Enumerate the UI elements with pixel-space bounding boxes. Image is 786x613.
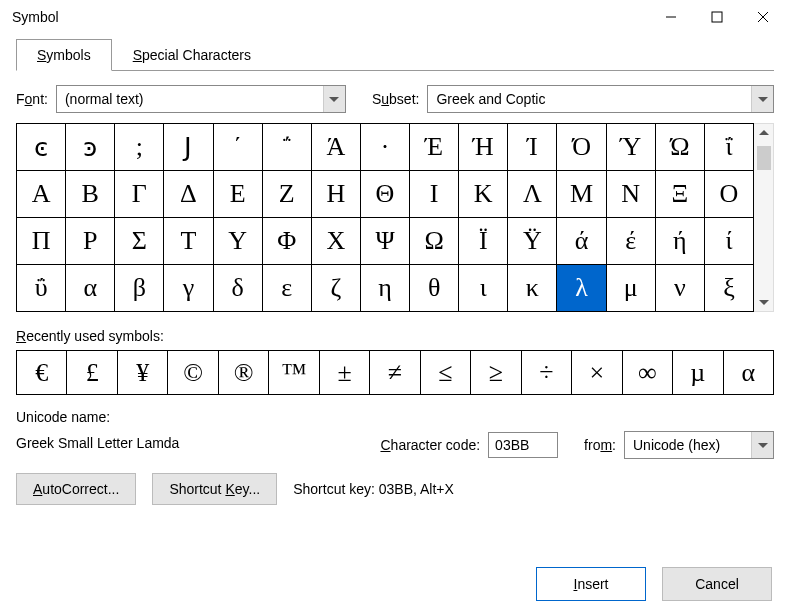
- symbol-cell[interactable]: μ: [607, 265, 656, 312]
- symbol-cell[interactable]: Γ: [115, 171, 164, 218]
- symbol-cell[interactable]: ά: [557, 218, 606, 265]
- symbol-cell[interactable]: Π: [17, 218, 66, 265]
- symbol-cell[interactable]: Κ: [459, 171, 508, 218]
- from-select-value: Unicode (hex): [625, 437, 751, 453]
- close-button[interactable]: [740, 0, 786, 34]
- symbol-cell[interactable]: Μ: [557, 171, 606, 218]
- symbol-cell[interactable]: ΐ: [705, 124, 754, 171]
- symbol-cell[interactable]: η: [361, 265, 410, 312]
- recent-symbol-cell[interactable]: €: [17, 351, 67, 395]
- font-label: Font:: [16, 91, 48, 107]
- symbol-cell[interactable]: λ: [557, 265, 606, 312]
- symbol-cell[interactable]: Σ: [115, 218, 164, 265]
- scroll-up-icon[interactable]: [759, 130, 769, 135]
- symbol-cell[interactable]: Έ: [410, 124, 459, 171]
- recent-symbol-cell[interactable]: µ: [673, 351, 723, 395]
- symbol-cell[interactable]: ζ: [312, 265, 361, 312]
- symbol-cell[interactable]: Α: [17, 171, 66, 218]
- symbol-cell[interactable]: Ε: [214, 171, 263, 218]
- subset-select-value: Greek and Coptic: [428, 91, 751, 107]
- maximize-button[interactable]: [694, 0, 740, 34]
- recent-symbol-cell[interactable]: ®: [219, 351, 269, 395]
- symbol-cell[interactable]: Ν: [607, 171, 656, 218]
- recent-symbol-cell[interactable]: £: [67, 351, 117, 395]
- symbol-cell[interactable]: Υ: [214, 218, 263, 265]
- symbol-cell[interactable]: Λ: [508, 171, 557, 218]
- scroll-down-icon[interactable]: [759, 300, 769, 305]
- symbol-cell[interactable]: ξ: [705, 265, 754, 312]
- symbol-cell[interactable]: β: [115, 265, 164, 312]
- bottom-section: Unicode name: Greek Small Letter Lamda C…: [16, 409, 774, 459]
- insert-button[interactable]: Insert: [536, 567, 646, 601]
- subset-select[interactable]: Greek and Coptic: [427, 85, 774, 113]
- symbol-cell[interactable]: Ί: [508, 124, 557, 171]
- symbol-cell[interactable]: α: [66, 265, 115, 312]
- symbol-cell[interactable]: Ή: [459, 124, 508, 171]
- shortcut-key-button[interactable]: Shortcut Key...: [152, 473, 277, 505]
- symbol-cell[interactable]: Φ: [263, 218, 312, 265]
- symbol-cell[interactable]: ͽ: [66, 124, 115, 171]
- symbol-cell[interactable]: Χ: [312, 218, 361, 265]
- symbol-cell[interactable]: κ: [508, 265, 557, 312]
- symbol-cell[interactable]: ·: [361, 124, 410, 171]
- symbol-cell[interactable]: Ϋ: [508, 218, 557, 265]
- from-select[interactable]: Unicode (hex): [624, 431, 774, 459]
- grid-scrollbar[interactable]: [754, 123, 774, 312]
- symbol-cell[interactable]: Ϳ: [164, 124, 213, 171]
- recent-symbol-cell[interactable]: ≠: [370, 351, 420, 395]
- symbol-cell[interactable]: Ο: [705, 171, 754, 218]
- scroll-thumb[interactable]: [757, 146, 771, 170]
- symbol-cell[interactable]: Ύ: [607, 124, 656, 171]
- symbol-cell[interactable]: γ: [164, 265, 213, 312]
- symbol-cell[interactable]: Ρ: [66, 218, 115, 265]
- symbol-cell[interactable]: Ι: [410, 171, 459, 218]
- recent-symbol-cell[interactable]: α: [724, 351, 774, 395]
- recent-symbol-cell[interactable]: ™: [269, 351, 319, 395]
- symbol-cell[interactable]: Θ: [361, 171, 410, 218]
- font-select[interactable]: (normal text): [56, 85, 346, 113]
- symbol-cell[interactable]: Ό: [557, 124, 606, 171]
- symbol-cell[interactable]: ι: [459, 265, 508, 312]
- symbol-cell[interactable]: Ξ: [656, 171, 705, 218]
- font-dropdown-button[interactable]: [323, 86, 345, 112]
- recent-symbol-cell[interactable]: ∞: [623, 351, 673, 395]
- minimize-button[interactable]: [648, 0, 694, 34]
- symbol-cell[interactable]: Η: [312, 171, 361, 218]
- symbol-cell[interactable]: Β: [66, 171, 115, 218]
- symbol-cell[interactable]: Ώ: [656, 124, 705, 171]
- symbol-cell[interactable]: ΰ: [17, 265, 66, 312]
- tab-special-characters[interactable]: Special Characters: [112, 39, 272, 71]
- recent-symbol-cell[interactable]: ÷: [522, 351, 572, 395]
- symbol-cell[interactable]: Δ: [164, 171, 213, 218]
- symbol-cell[interactable]: Ω: [410, 218, 459, 265]
- recent-symbol-cell[interactable]: ¥: [118, 351, 168, 395]
- symbol-cell[interactable]: Ά: [312, 124, 361, 171]
- symbol-cell[interactable]: έ: [607, 218, 656, 265]
- cancel-button[interactable]: Cancel: [662, 567, 772, 601]
- recent-symbol-cell[interactable]: ≥: [471, 351, 521, 395]
- symbol-cell[interactable]: ΄: [214, 124, 263, 171]
- symbol-cell[interactable]: ε: [263, 265, 312, 312]
- symbol-cell[interactable]: ν: [656, 265, 705, 312]
- autocorrect-button[interactable]: AutoCorrect...: [16, 473, 136, 505]
- subset-dropdown-button[interactable]: [751, 86, 773, 112]
- symbol-cell[interactable]: Ζ: [263, 171, 312, 218]
- font-select-value: (normal text): [57, 91, 323, 107]
- recent-symbol-cell[interactable]: ±: [320, 351, 370, 395]
- tab-symbols[interactable]: Symbols: [16, 39, 112, 71]
- symbol-cell[interactable]: ΅: [263, 124, 312, 171]
- symbol-cell[interactable]: δ: [214, 265, 263, 312]
- recent-symbol-cell[interactable]: ×: [572, 351, 622, 395]
- symbol-cell[interactable]: Ϊ: [459, 218, 508, 265]
- charcode-input[interactable]: [488, 432, 558, 458]
- symbol-cell[interactable]: Ψ: [361, 218, 410, 265]
- recent-symbol-cell[interactable]: ©: [168, 351, 218, 395]
- from-dropdown-button[interactable]: [751, 432, 773, 458]
- symbol-cell[interactable]: θ: [410, 265, 459, 312]
- symbol-cell[interactable]: ͼ: [17, 124, 66, 171]
- recent-symbol-cell[interactable]: ≤: [421, 351, 471, 395]
- symbol-cell[interactable]: ;: [115, 124, 164, 171]
- symbol-cell[interactable]: ί: [705, 218, 754, 265]
- symbol-cell[interactable]: Τ: [164, 218, 213, 265]
- symbol-cell[interactable]: ή: [656, 218, 705, 265]
